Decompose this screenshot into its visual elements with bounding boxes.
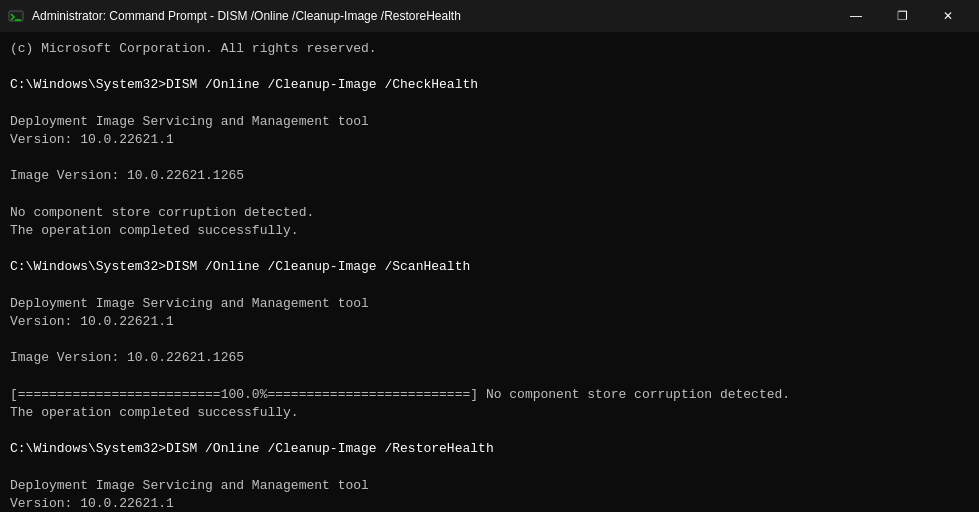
terminal-line: Deployment Image Servicing and Managemen… [10, 477, 969, 495]
window-title: Administrator: Command Prompt - DISM /On… [32, 9, 833, 23]
maximize-button[interactable]: ❐ [879, 0, 925, 32]
terminal-line: Image Version: 10.0.22621.1265 [10, 167, 969, 185]
terminal-line: Version: 10.0.22621.1 [10, 313, 969, 331]
terminal-line [10, 95, 969, 113]
minimize-button[interactable]: — [833, 0, 879, 32]
window-controls: — ❐ ✕ [833, 0, 971, 32]
terminal-line: C:\Windows\System32>DISM /Online /Cleanu… [10, 440, 969, 458]
terminal-line [10, 58, 969, 76]
terminal-line: Version: 10.0.22621.1 [10, 131, 969, 149]
terminal-line: The operation completed successfully. [10, 222, 969, 240]
terminal-line [10, 149, 969, 167]
terminal-line: C:\Windows\System32>DISM /Online /Cleanu… [10, 258, 969, 276]
terminal-line: Image Version: 10.0.22621.1265 [10, 349, 969, 367]
app-icon [8, 8, 24, 24]
terminal-output: (c) Microsoft Corporation. All rights re… [0, 32, 979, 512]
terminal-line: [==========================100.0%=======… [10, 386, 969, 404]
terminal-line [10, 367, 969, 385]
titlebar: Administrator: Command Prompt - DISM /On… [0, 0, 979, 32]
terminal-line [10, 186, 969, 204]
terminal-line [10, 240, 969, 258]
terminal-line: No component store corruption detected. [10, 204, 969, 222]
terminal-line: Deployment Image Servicing and Managemen… [10, 295, 969, 313]
terminal-line: Version: 10.0.22621.1 [10, 495, 969, 512]
close-button[interactable]: ✕ [925, 0, 971, 32]
terminal-line [10, 458, 969, 476]
terminal-line: (c) Microsoft Corporation. All rights re… [10, 40, 969, 58]
terminal-line [10, 422, 969, 440]
terminal-line: Deployment Image Servicing and Managemen… [10, 113, 969, 131]
terminal-line [10, 331, 969, 349]
terminal-line: C:\Windows\System32>DISM /Online /Cleanu… [10, 76, 969, 94]
terminal-line [10, 276, 969, 294]
terminal-line: The operation completed successfully. [10, 404, 969, 422]
